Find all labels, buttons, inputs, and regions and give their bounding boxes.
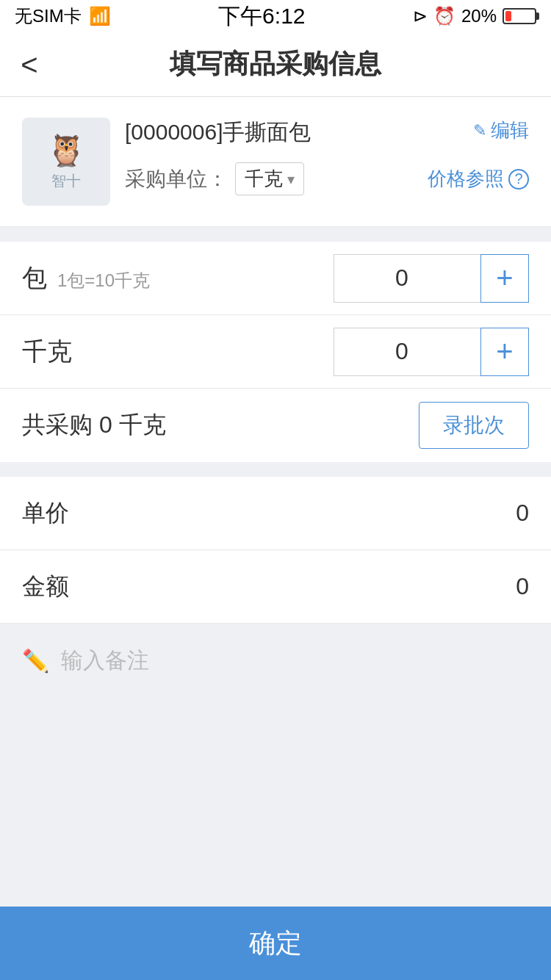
product-owl-icon: 🦉 <box>47 132 85 168</box>
unit-selector-wrap: 采购单位： 千克 ▾ <box>125 162 304 195</box>
kg-plus-button[interactable]: + <box>480 328 529 376</box>
bao-input-wrap: + <box>334 254 529 303</box>
kg-label: 千克 <box>22 335 72 369</box>
sim-text: 无SIM卡 <box>15 4 82 28</box>
total-value: 0 <box>99 411 112 438</box>
product-info: [0000006]手撕面包 ✎ 编辑 采购单位： 千克 ▾ 价格参照 ? <box>125 118 529 195</box>
batch-button[interactable]: 录批次 <box>419 402 529 449</box>
status-right: ⊳ ⏰ 20% <box>413 6 536 26</box>
kg-input-wrap: + <box>334 328 529 376</box>
section-divider-1 <box>0 227 551 242</box>
quantity-label-bao: 包 1包=10千克 <box>22 262 334 295</box>
edit-button[interactable]: ✎ 编辑 <box>473 118 529 143</box>
amount-value: 0 <box>516 573 529 600</box>
status-left: 无SIM卡 📶 <box>15 4 111 28</box>
unit-select[interactable]: 千克 ▾ <box>235 162 304 195</box>
product-name: [0000006]手撕面包 <box>125 118 473 148</box>
total-row: 共采购 0 千克 录批次 <box>0 389 551 462</box>
back-arrow-icon: < <box>21 50 37 79</box>
dropdown-arrow-icon: ▾ <box>287 170 295 188</box>
unit-label: 采购单位： <box>125 165 228 193</box>
product-unit-row: 采购单位： 千克 ▾ 价格参照 ? <box>125 162 529 195</box>
bao-label: 包 <box>22 262 47 295</box>
bao-input[interactable] <box>334 254 480 303</box>
remark-placeholder: 输入备注 <box>61 646 149 676</box>
unit-price-value: 0 <box>516 500 529 527</box>
kg-input[interactable] <box>334 328 480 376</box>
location-icon: ⊳ <box>413 6 428 26</box>
pencil-icon: ✏️ <box>22 648 49 674</box>
back-button[interactable]: < <box>0 32 59 97</box>
product-image: 🦉 智十 <box>22 118 110 206</box>
edit-label: 编辑 <box>491 118 529 143</box>
alarm-icon: ⏰ <box>433 6 455 26</box>
amount-row: 金额 0 <box>0 550 551 624</box>
price-section: 单价 0 金额 0 <box>0 477 551 624</box>
wifi-icon: 📶 <box>89 6 111 26</box>
status-bar: 无SIM卡 📶 下午6:12 ⊳ ⏰ 20% <box>0 0 551 32</box>
confirm-bar[interactable]: 确定 <box>0 907 551 980</box>
remark-section[interactable]: ✏️ 输入备注 <box>0 624 551 698</box>
total-unit: 千克 <box>119 411 166 438</box>
battery-percent: 20% <box>461 6 497 26</box>
bao-plus-button[interactable]: + <box>480 254 529 303</box>
status-time: 下午6:12 <box>218 1 305 32</box>
edit-pencil-icon: ✎ <box>473 121 486 140</box>
total-text: 共采购 0 千克 <box>22 409 166 442</box>
price-ref-label: 价格参照 <box>428 166 504 192</box>
quantity-section: 包 1包=10千克 + 千克 + <box>0 242 551 389</box>
page-title: 填写商品采购信息 <box>170 46 381 82</box>
unit-price-row: 单价 0 <box>0 477 551 550</box>
bao-sub-label: 1包=10千克 <box>57 269 150 292</box>
quantity-row-kg: 千克 + <box>0 315 551 389</box>
unit-price-label: 单价 <box>22 497 69 530</box>
product-image-subtext: 智十 <box>51 171 81 191</box>
confirm-button[interactable]: 确定 <box>249 926 302 962</box>
amount-label: 金额 <box>22 571 69 603</box>
quantity-row-bao: 包 1包=10千克 + <box>0 242 551 315</box>
battery-icon <box>503 8 536 24</box>
section-divider-2 <box>0 462 551 477</box>
product-card: 🦉 智十 [0000006]手撕面包 ✎ 编辑 采购单位： 千克 ▾ 价格参照 <box>0 97 551 227</box>
unit-value: 千克 <box>245 166 283 192</box>
price-ref-button[interactable]: 价格参照 ? <box>428 166 529 192</box>
quantity-label-kg: 千克 <box>22 335 334 369</box>
price-ref-info-icon: ? <box>508 169 529 190</box>
product-header: [0000006]手撕面包 ✎ 编辑 <box>125 118 529 148</box>
nav-bar: < 填写商品采购信息 <box>0 32 551 97</box>
